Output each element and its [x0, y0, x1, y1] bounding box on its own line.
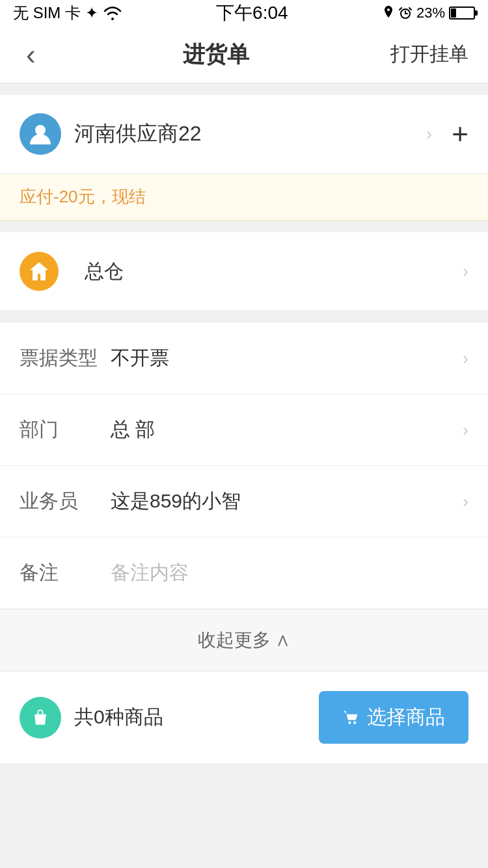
nav-bar: ‹ 进货单 打开挂单	[0, 26, 488, 83]
warehouse-chevron-icon: ›	[463, 261, 468, 282]
warehouse-row[interactable]: 总仓 ›	[0, 232, 488, 311]
supplier-name: 河南供应商22	[74, 120, 426, 148]
invoice-type-value: 不开票	[98, 345, 463, 372]
wifi-icon	[103, 6, 122, 20]
svg-point-5	[35, 125, 46, 135]
supplier-chevron-icon: ›	[426, 124, 432, 144]
supplier-avatar	[20, 113, 61, 155]
warehouse-house-icon	[27, 260, 51, 283]
salesperson-chevron-icon: ›	[463, 491, 468, 512]
department-row[interactable]: 部门 总 部 ›	[0, 394, 488, 466]
svg-point-7	[353, 721, 356, 724]
shopping-bag-icon	[30, 707, 51, 728]
page-rest	[0, 763, 488, 868]
bottom-section: 共0种商品 选择商品	[0, 671, 488, 763]
select-product-label: 选择商品	[367, 704, 445, 731]
back-button[interactable]: ‹	[20, 32, 42, 77]
warehouse-icon-bg	[20, 252, 59, 291]
remark-row[interactable]: 备注 备注内容	[0, 537, 488, 609]
divider-1	[0, 83, 488, 95]
remark-label: 备注	[20, 560, 98, 586]
page-title: 进货单	[183, 40, 249, 70]
open-pending-button[interactable]: 打开挂单	[390, 41, 468, 68]
alarm-icon	[398, 6, 413, 20]
salesperson-row[interactable]: 业务员 这是859的小智 ›	[0, 466, 488, 537]
battery-percent: 23%	[416, 5, 445, 21]
supplier-section: 河南供应商22 › + 应付-20元，现结	[0, 95, 488, 221]
battery-icon	[449, 7, 475, 20]
product-row: 共0种商品 选择商品	[0, 671, 488, 763]
department-value: 总 部	[98, 416, 463, 443]
warehouse-name: 总仓	[72, 258, 463, 285]
divider-2	[0, 221, 488, 232]
department-chevron-icon: ›	[463, 420, 468, 441]
collapse-row[interactable]: 收起更多 ∧	[0, 609, 488, 671]
status-right: 23%	[383, 5, 475, 21]
product-count-label: 共0种商品	[74, 704, 319, 731]
status-bar: 无 SIM 卡 ✦ 下午6:04 23%	[0, 0, 488, 26]
notice-banner: 应付-20元，现结	[0, 174, 488, 221]
cart-icon	[342, 710, 360, 726]
remark-placeholder: 备注内容	[98, 560, 468, 586]
department-label: 部门	[20, 416, 98, 443]
divider-3	[0, 311, 488, 323]
svg-line-3	[400, 8, 401, 10]
salesperson-label: 业务员	[20, 488, 98, 515]
add-supplier-button[interactable]: +	[452, 120, 468, 148]
invoice-type-row[interactable]: 票据类型 不开票 ›	[0, 323, 488, 394]
invoice-type-label: 票据类型	[20, 345, 98, 372]
person-icon	[27, 121, 53, 147]
location-icon	[383, 6, 394, 20]
sim-signal: 无 SIM 卡 ✦	[13, 3, 98, 23]
collapse-label: 收起更多 ∧	[198, 628, 291, 653]
status-time: 下午6:04	[216, 1, 288, 25]
salesperson-value: 这是859的小智	[98, 488, 463, 515]
supplier-row[interactable]: 河南供应商22 › +	[0, 95, 488, 174]
svg-point-6	[348, 721, 351, 724]
select-product-button[interactable]: 选择商品	[319, 691, 468, 744]
product-icon-bg	[20, 697, 61, 739]
form-section: 票据类型 不开票 › 部门 总 部 › 业务员 这是859的小智 › 备注 备注…	[0, 323, 488, 609]
notice-text: 应付-20元，现结	[20, 187, 146, 206]
status-left: 无 SIM 卡 ✦	[13, 3, 122, 23]
invoice-chevron-icon: ›	[463, 348, 468, 369]
svg-line-4	[409, 8, 411, 10]
